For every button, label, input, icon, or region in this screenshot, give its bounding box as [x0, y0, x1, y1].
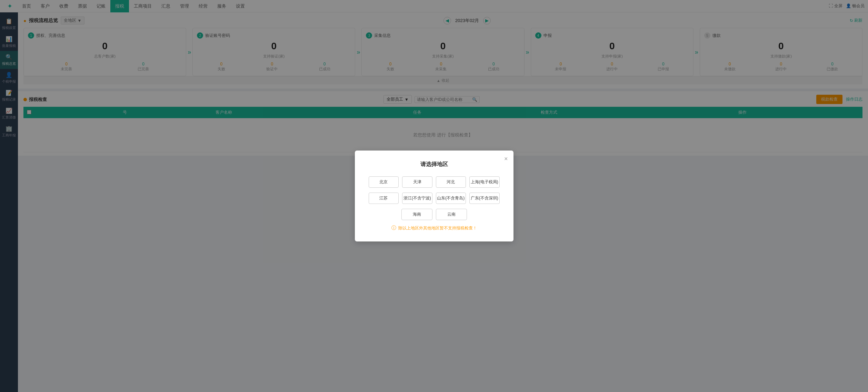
- warning-text: 除以上地区外其他地区暂不支持报税检查！: [398, 225, 477, 231]
- region-btn-jiangsu[interactable]: 江苏: [369, 193, 399, 204]
- modal-title: 请选择地区: [369, 161, 500, 168]
- region-btn-hainan[interactable]: 海南: [401, 209, 432, 220]
- region-btn-hebei[interactable]: 河北: [436, 176, 466, 188]
- region-btn-tianjin[interactable]: 天津: [402, 176, 432, 188]
- region-btn-shandong[interactable]: 山东(不含青岛): [436, 193, 466, 204]
- modal-warning: ⓘ 除以上地区外其他地区暂不支持报税检查！: [369, 225, 500, 231]
- region-btn-zhejiang[interactable]: 浙江(不含宁波): [402, 193, 432, 204]
- region-row-1: 北京 天津 河北 上海(电子税局): [369, 176, 500, 188]
- modal-overlay: × 请选择地区 北京 天津 河北 上海(电子税局) 江苏 浙江(不含宁波) 山东…: [0, 0, 868, 392]
- modal-close-btn[interactable]: ×: [504, 155, 508, 163]
- region-btn-beijing[interactable]: 北京: [369, 176, 399, 188]
- region-btn-yunnan[interactable]: 云南: [436, 209, 467, 220]
- region-select-modal: × 请选择地区 北京 天津 河北 上海(电子税局) 江苏 浙江(不含宁波) 山东…: [355, 151, 513, 241]
- region-row-3: 海南 云南: [401, 209, 467, 220]
- region-btn-guangdong[interactable]: 广东(不含深圳): [469, 193, 500, 204]
- warning-icon: ⓘ: [391, 225, 396, 231]
- region-row-2: 江苏 浙江(不含宁波) 山东(不含青岛) 广东(不含深圳): [369, 193, 500, 204]
- region-btn-shanghai[interactable]: 上海(电子税局): [469, 176, 500, 188]
